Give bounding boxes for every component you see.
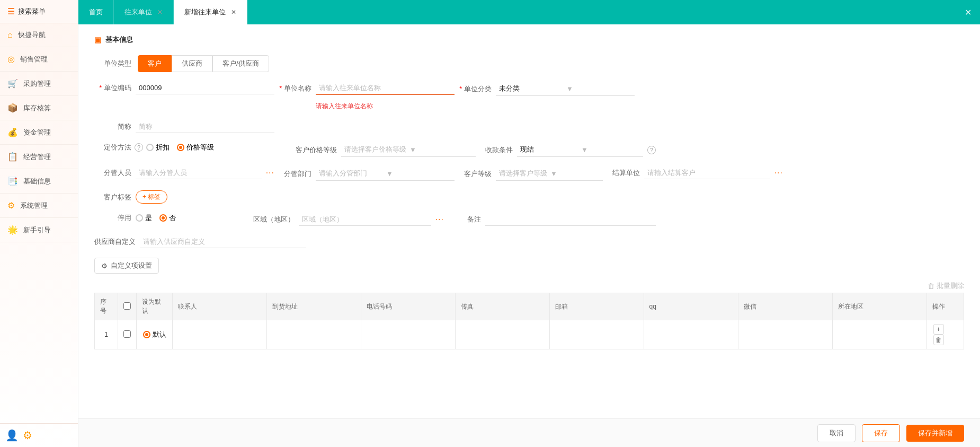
tab-partner-list-label: 往来单位 <box>124 7 152 17</box>
sidebar-item-system[interactable]: ⚙ 系统管理 <box>0 194 78 218</box>
save-button[interactable]: 保存 <box>862 424 900 442</box>
radio-price-level[interactable]: 价格等级 <box>177 143 214 152</box>
unit-code-input[interactable] <box>136 82 274 94</box>
select-all-checkbox[interactable] <box>123 302 131 310</box>
note-input[interactable] <box>485 213 656 226</box>
payment-terms-select[interactable]: 现结 ▼ <box>517 143 643 157</box>
sidebar-item-finance[interactable]: 💰 资金管理 <box>0 120 78 145</box>
row-qq[interactable] <box>644 320 738 349</box>
radio-default[interactable]: 默认 <box>142 330 167 339</box>
table-header-row: 序号 设为默认 联系人 到货地址 电话号码 传真 邮箱 qq 微信 所在地区 操… <box>95 293 964 320</box>
tab-new-partner-close[interactable]: ✕ <box>231 8 236 16</box>
sidebar-item-label: 经营管理 <box>23 152 51 162</box>
region-input[interactable] <box>299 213 431 226</box>
row-qq-input[interactable] <box>649 331 733 339</box>
settlement-input[interactable] <box>644 166 770 179</box>
contact-table: 序号 设为默认 联系人 到货地址 电话号码 传真 邮箱 qq 微信 所在地区 操… <box>94 293 964 349</box>
custom-settings-label: 自定义项设置 <box>111 261 152 270</box>
type-btn-supplier[interactable]: 供应商 <box>172 55 212 72</box>
radio-disable-yes[interactable]: 是 <box>136 213 152 223</box>
radio-discount[interactable]: 折扣 <box>146 143 170 152</box>
operations-icon: 📋 <box>7 152 18 162</box>
pricing-row: 定价方法 ? 折扣 价格等级 客户价格等级 请 <box>94 143 964 157</box>
sidebar-item-label: 系统管理 <box>20 201 48 211</box>
sidebar-item-operations[interactable]: 📋 经营管理 <box>0 145 78 169</box>
tab-partner-list[interactable]: 往来单位 ✕ <box>114 0 174 24</box>
radio-disable-yes-label: 是 <box>145 213 152 223</box>
radio-price-level-circle <box>177 144 184 151</box>
sidebar-item-guide[interactable]: 🌟 新手引导 <box>0 218 78 242</box>
row-wechat-input[interactable] <box>744 331 827 339</box>
supplier-custom-input[interactable] <box>140 235 306 248</box>
sidebar-item-sales[interactable]: ◎ 销售管理 <box>0 47 78 72</box>
sidebar-search[interactable]: ☰ 搜索菜单 <box>0 0 78 23</box>
row-wechat[interactable] <box>738 320 832 349</box>
batch-delete-label: 批量删除 <box>937 281 964 291</box>
tag-row: 客户标签 + 标签 <box>94 190 964 204</box>
row-region-input[interactable] <box>838 331 921 339</box>
customer-level-select[interactable]: 请选择客户等级 ▼ <box>496 166 603 181</box>
row-fax-input[interactable] <box>461 331 544 339</box>
unit-category-select[interactable]: 未分类 ▼ <box>496 82 635 96</box>
tabbar-close-all[interactable]: ✕ <box>956 0 980 24</box>
tag-label: 客户标签 <box>94 192 131 202</box>
unit-type-label: 单位类型 <box>94 59 131 68</box>
sales-icon: ◎ <box>7 54 15 64</box>
row-delete-btn[interactable]: 🗑 <box>933 335 944 345</box>
manager-input[interactable] <box>136 166 262 179</box>
type-btn-customer[interactable]: 客户 <box>138 55 172 72</box>
row-email-input[interactable] <box>555 331 638 339</box>
tab-new-partner[interactable]: 新增往来单位 ✕ <box>174 0 247 24</box>
unit-name-input[interactable] <box>316 82 455 95</box>
customer-price-level-select[interactable]: 请选择客户价格等级 ▼ <box>341 143 476 157</box>
settlement-more-icon[interactable]: ··· <box>774 168 783 178</box>
row-contact[interactable] <box>172 320 266 349</box>
region-more-icon[interactable]: ··· <box>435 215 444 224</box>
batch-delete-btn[interactable]: 🗑 批量删除 <box>94 281 964 291</box>
customer-level-chevron: ▼ <box>550 170 600 178</box>
department-select[interactable]: 请输入分管部门 ▼ <box>316 166 455 181</box>
batch-delete-icon: 🗑 <box>928 282 934 290</box>
payment-terms-help-icon[interactable]: ? <box>647 146 656 154</box>
th-region: 所在地区 <box>832 293 926 320</box>
purchase-icon: 🛒 <box>7 78 18 89</box>
short-name-input[interactable] <box>136 120 274 133</box>
department-chevron: ▼ <box>386 170 451 178</box>
payment-terms-value: 现结 <box>520 145 579 154</box>
type-btn-both[interactable]: 客户/供应商 <box>212 55 269 72</box>
sidebar-item-purchase[interactable]: 🛒 采购管理 <box>0 72 78 96</box>
row-contact-input[interactable] <box>178 331 261 339</box>
row-region[interactable] <box>832 320 926 349</box>
payment-terms-chevron: ▼ <box>581 146 640 154</box>
row-email[interactable] <box>549 320 644 349</box>
cancel-button[interactable]: 取消 <box>817 424 856 442</box>
row-address[interactable] <box>266 320 361 349</box>
row-fax[interactable] <box>455 320 549 349</box>
row-phone-input[interactable] <box>367 331 450 339</box>
tab-home[interactable]: 首页 <box>78 0 114 24</box>
pricing-radio-group: 折扣 价格等级 <box>146 143 214 152</box>
save-add-button[interactable]: 保存并新增 <box>906 425 964 442</box>
row-checkbox[interactable] <box>123 330 131 338</box>
radio-disable-no[interactable]: 否 <box>159 213 176 223</box>
unit-name-label: * 单位名称 <box>274 84 311 93</box>
tag-add-button[interactable]: + 标签 <box>136 190 167 204</box>
row-address-input[interactable] <box>272 331 355 339</box>
row-add-btn[interactable]: + <box>933 324 944 335</box>
sidebar-item-inventory[interactable]: 📦 库存核算 <box>0 96 78 120</box>
row-default-cell: 默认 <box>137 320 173 349</box>
tab-partner-close[interactable]: ✕ <box>157 8 163 16</box>
settings-bottom-icon[interactable]: ⚙ <box>23 429 32 442</box>
row-phone[interactable] <box>361 320 455 349</box>
section-title-label: 基本信息 <box>105 35 133 45</box>
quick-nav-icon: ⌂ <box>7 30 13 40</box>
th-default: 设为默认 <box>137 293 173 320</box>
sidebar-item-basic-info[interactable]: 📑 基础信息 <box>0 169 78 194</box>
pricing-help-icon[interactable]: ? <box>135 143 143 152</box>
manager-more-icon[interactable]: ··· <box>266 168 274 178</box>
custom-settings-button[interactable]: ⚙ 自定义项设置 <box>94 258 159 274</box>
sidebar-item-quick-nav[interactable]: ⌂ 快捷导航 <box>0 23 78 47</box>
user-icon[interactable]: 👤 <box>5 429 19 442</box>
sidebar-search-label: 搜索菜单 <box>18 7 46 16</box>
unit-type-group: 客户 供应商 客户/供应商 <box>138 55 269 72</box>
